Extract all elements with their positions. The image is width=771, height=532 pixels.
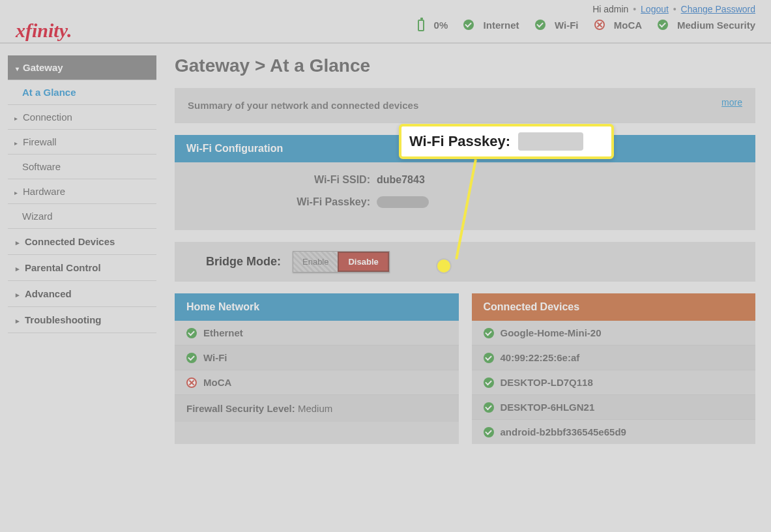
status-ok-icon <box>535 20 546 30</box>
hn-moca: MoCA <box>203 377 231 388</box>
ok-icon <box>484 353 494 363</box>
ok-icon <box>484 427 494 437</box>
cd-item: Google-Home-Mini-20 <box>501 327 602 338</box>
status-internet: Internet <box>484 20 519 31</box>
firewall-level-row: Firewall Security Level: Medium <box>175 395 459 422</box>
cd-item: DESKTOP-LD7Q118 <box>501 377 593 388</box>
hn-ethernet: Ethernet <box>203 327 243 338</box>
err-icon <box>186 377 197 388</box>
sidebar-gateway-header[interactable]: Gateway <box>8 55 156 80</box>
cd-row: Google-Home-Mini-20 <box>472 321 756 346</box>
callout-annotation: Wi-Fi Passkey: <box>399 124 614 159</box>
sidebar-troubleshooting[interactable]: Troubleshooting <box>8 307 156 333</box>
hn-wifi: Wi-Fi <box>203 352 227 363</box>
wifi-ssid-value: dube7843 <box>377 174 425 186</box>
ok-icon <box>484 402 494 413</box>
xfinity-logo: xfinity. <box>16 20 72 42</box>
status-ok-icon <box>463 20 474 30</box>
callout-label: Wi-Fi Passkey: <box>409 133 510 150</box>
connected-devices-panel: Connected Devices Google-Home-Mini-20 40… <box>472 293 756 444</box>
summary-text: Summary of your network and connected de… <box>188 100 418 111</box>
hn-ethernet-row: Ethernet <box>175 321 459 346</box>
bridge-enable-button[interactable]: Enable <box>293 252 338 272</box>
sidebar-firewall[interactable]: Firewall <box>8 130 156 155</box>
bridge-disable-button[interactable]: Disable <box>338 252 388 272</box>
ok-icon <box>484 328 494 338</box>
sidebar-wizard[interactable]: Wizard <box>8 204 156 229</box>
battery-icon <box>418 20 424 31</box>
sidebar-software[interactable]: Software <box>8 155 156 179</box>
status-bar: 0% Internet Wi-Fi MoCA Medium Security <box>405 20 755 31</box>
wifi-passkey-label: Wi-Fi Passkey: <box>188 196 377 208</box>
wifi-ssid-label: Wi-Fi SSID: <box>188 174 377 186</box>
hn-wifi-row: Wi-Fi <box>175 346 459 370</box>
logout-link[interactable]: Logout <box>641 4 669 14</box>
header-links: Hi admin • Logout • Change Password <box>405 4 755 14</box>
bridge-mode-box: Bridge Mode: Enable Disable <box>175 242 755 282</box>
greeting-text: Hi admin <box>592 4 628 14</box>
sidebar-parental-control[interactable]: Parental Control <box>8 255 156 281</box>
status-ok-icon <box>658 20 668 30</box>
connected-devices-header: Connected Devices <box>472 293 756 321</box>
summary-box: Summary of your network and connected de… <box>175 88 755 123</box>
more-link[interactable]: more <box>721 97 742 108</box>
sidebar-hardware[interactable]: Hardware <box>8 179 156 204</box>
hn-moca-row: MoCA <box>175 370 459 395</box>
cd-row: android-b2bbf336545e65d9 <box>472 420 756 444</box>
bridge-mode-label: Bridge Mode: <box>206 255 281 269</box>
ok-icon <box>186 328 197 338</box>
cd-row: 40:99:22:25:6e:af <box>472 346 756 370</box>
status-wifi: Wi-Fi <box>555 20 579 31</box>
cd-row: DESKTOP-6HLGN21 <box>472 395 756 420</box>
firewall-value: Medium <box>295 403 333 414</box>
status-moca: MoCA <box>614 20 642 31</box>
cd-item: DESKTOP-6HLGN21 <box>501 402 595 413</box>
ok-icon <box>484 377 494 388</box>
cd-item: 40:99:22:25:6e:af <box>501 352 580 363</box>
change-password-link[interactable]: Change Password <box>681 4 755 14</box>
home-network-panel: Home Network Ethernet Wi-Fi MoCA Firewal… <box>175 293 459 444</box>
status-security: Medium Security <box>677 20 755 31</box>
sidebar-advanced[interactable]: Advanced <box>8 281 156 307</box>
ok-icon <box>186 353 197 363</box>
wifi-passkey-value-redacted <box>377 196 429 208</box>
sidebar-at-a-glance[interactable]: At a Glance <box>8 80 156 105</box>
cd-row: DESKTOP-LD7Q118 <box>472 370 756 395</box>
sidebar: Gateway At a Glance Connection Firewall … <box>8 55 156 444</box>
callout-dot <box>437 259 450 273</box>
cd-item: android-b2bbf336545e65d9 <box>501 426 626 437</box>
sidebar-connection[interactable]: Connection <box>8 105 156 130</box>
battery-pct: 0% <box>434 20 448 31</box>
page-title: Gateway > At a Glance <box>175 55 755 76</box>
home-network-header: Home Network <box>175 293 459 321</box>
firewall-label: Firewall Security Level: <box>186 403 295 414</box>
sidebar-connected-devices[interactable]: Connected Devices <box>8 229 156 255</box>
callout-redacted <box>518 132 583 151</box>
status-err-icon <box>594 20 605 30</box>
